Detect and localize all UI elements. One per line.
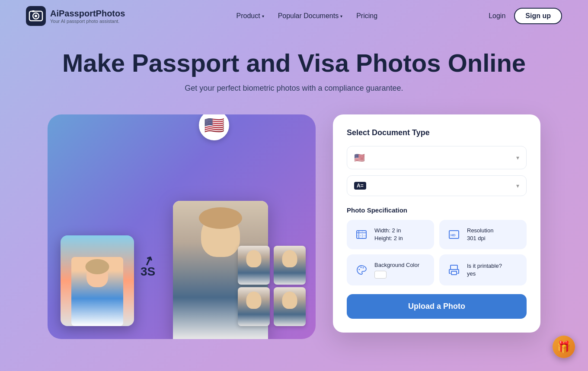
upload-photo-button[interactable]: Upload a Photo [347,294,527,319]
spec-resolution-text: Resolution 301 dpi [467,227,493,242]
hero-subtitle: Get your perfect biometric photos with a… [9,84,579,93]
signup-button[interactable]: Sign up [514,8,562,24]
photo-thumb-3 [238,287,270,326]
logo-icon [26,6,46,26]
svg-point-12 [359,269,360,270]
form-card: Select Document Type 🇺🇸 ▾ A= ▾ Photo Spe… [333,114,540,333]
svg-rect-15 [451,265,457,270]
svg-rect-4 [32,10,35,12]
illustration-card: ↗ 3S 🇺🇸 [48,114,316,339]
doc-type-selector-wrapper: A= ▾ [347,175,527,196]
spec-size-text: Width: 2 in Height: 2 in [374,227,403,242]
svg-point-3 [35,15,37,17]
spec-size: Width: 2 in Height: 2 in [347,220,434,249]
country-selector[interactable]: 🇺🇸 ▾ [347,146,527,169]
logo-text: AiPassportPhotos Your AI passport photo … [50,9,125,24]
country-selector-wrapper: 🇺🇸 ▾ [347,146,527,169]
chevron-down-icon: ▾ [340,14,342,19]
svg-point-14 [363,267,364,269]
print-icon [446,262,462,278]
svg-rect-5 [357,231,366,238]
logo-tagline: Your AI passport photo assistant. [50,19,125,24]
main-content: ↗ 3S 🇺🇸 Select Document Type 🇺🇸 ▾ [0,101,588,356]
flag-circle: 🇺🇸 [199,114,229,140]
gift-button[interactable]: 🎁 [553,336,575,358]
size-icon [354,227,369,242]
svg-rect-16 [451,271,457,275]
form-section-title: Select Document Type [347,128,527,137]
nav-actions: Login Sign up [489,8,562,24]
chevron-down-icon: ▾ [516,182,519,189]
nav-popular-documents[interactable]: Popular Documents ▾ [278,12,343,20]
color-icon [354,262,369,278]
hero-section: Make Passport and Visa Photos Online Get… [0,32,588,101]
svg-text:HD: HD [451,233,456,237]
spec-bg-color-text: Background Color [374,261,419,279]
spec-grid: Width: 2 in Height: 2 in HD Resolution [347,220,527,286]
chevron-down-icon: ▾ [262,14,264,19]
chevron-down-icon: ▾ [516,154,519,161]
spec-background-color: Background Color [347,254,434,285]
nav-links: Product ▾ Popular Documents ▾ Pricing [236,12,377,20]
photo-before [61,235,134,326]
color-swatch [374,271,387,279]
photo-before-person [71,257,123,326]
doc-type-selector[interactable]: A= ▾ [347,175,527,196]
nav-pricing[interactable]: Pricing [356,12,377,20]
spec-section-title: Photo Specification [347,206,527,214]
arrow-label: ↗ 3S [141,254,155,279]
photos-grid [238,246,307,326]
svg-point-13 [361,267,362,268]
login-button[interactable]: Login [489,12,505,20]
spec-printable: Is it printable? yes [439,254,527,285]
spec-printable-text: Is it printable? yes [467,262,502,278]
logo-name: AiPassportPhotos [50,9,125,19]
spec-section: Photo Specification Width: 2 [347,206,527,286]
resolution-icon: HD [446,227,462,242]
logo[interactable]: AiPassportPhotos Your AI passport photo … [26,6,125,26]
spec-resolution: HD Resolution 301 dpi [439,220,527,249]
doc-type-icon: A= [354,182,366,190]
country-flag: 🇺🇸 [354,152,365,163]
nav-product[interactable]: Product ▾ [236,12,264,20]
navbar: AiPassportPhotos Your AI passport photo … [0,0,588,32]
photo-thumb-4 [274,287,306,326]
svg-point-17 [456,271,457,272]
photo-thumb-2 [274,246,306,285]
photo-thumb-1 [238,246,270,285]
hero-title: Make Passport and Visa Photos Online [9,49,579,77]
